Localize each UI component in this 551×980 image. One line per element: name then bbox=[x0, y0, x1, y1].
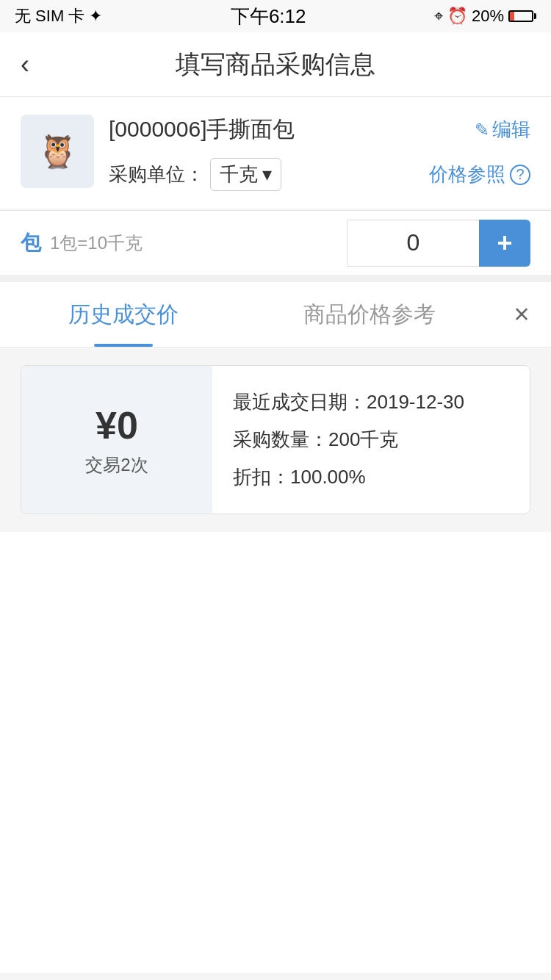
tab-history-price-label: 历史成交价 bbox=[68, 300, 179, 330]
alarm-icon: ⏰ bbox=[447, 7, 467, 26]
battery-cap bbox=[534, 13, 536, 19]
product-header: [0000006]手撕面包 ✎ 编辑 bbox=[109, 115, 530, 145]
status-left: 无 SIM 卡 ✦ bbox=[15, 5, 102, 27]
recent-date-label: 最近成交日期： bbox=[233, 391, 367, 413]
edit-button[interactable]: ✎ 编辑 bbox=[475, 117, 530, 143]
nav-bar: ‹ 填写商品采购信息 bbox=[0, 32, 551, 97]
close-icon: × bbox=[514, 299, 529, 330]
battery-icon bbox=[508, 10, 536, 22]
product-thumbnail-icon: 🦉 bbox=[37, 132, 78, 170]
dropdown-chevron-icon: ▾ bbox=[262, 163, 272, 186]
quantity-input[interactable]: 0 bbox=[347, 220, 479, 267]
status-time: 下午6:12 bbox=[231, 4, 306, 29]
unit-row: 采购单位： 千克 ▾ 价格参照 ? bbox=[109, 158, 530, 191]
quantity-increment-button[interactable]: + bbox=[479, 220, 530, 267]
discount-row: 折扣：100.00% bbox=[233, 464, 509, 490]
purchase-unit-group: 采购单位： 千克 ▾ bbox=[109, 158, 281, 191]
history-card: ¥0 交易2次 最近成交日期：2019-12-30 采购数量：200千克 折扣：… bbox=[21, 365, 530, 514]
history-detail-panel: 最近成交日期：2019-12-30 采购数量：200千克 折扣：100.00% bbox=[212, 366, 530, 514]
purchase-qty-label: 采购数量： bbox=[233, 428, 328, 450]
page-title: 填写商品采购信息 bbox=[176, 48, 375, 82]
quantity-section: 包 1包=10千克 0 + bbox=[0, 210, 551, 275]
product-code: [0000006] bbox=[109, 117, 206, 141]
plus-icon: + bbox=[497, 228, 512, 259]
unit-value: 千克 bbox=[220, 162, 258, 187]
unit-conversion-text: 1包=10千克 bbox=[50, 231, 143, 255]
tab-row: 历史成交价 商品价格参考 × bbox=[0, 282, 551, 347]
tab-history-price[interactable]: 历史成交价 bbox=[0, 282, 246, 347]
quantity-value: 0 bbox=[407, 229, 420, 256]
white-fill-area bbox=[0, 532, 551, 973]
section-separator bbox=[0, 275, 551, 282]
recent-date-value: 2019-12-30 bbox=[367, 391, 464, 413]
history-transaction-count: 交易2次 bbox=[85, 453, 148, 477]
bao-unit-icon: 包 bbox=[21, 229, 41, 257]
battery-percent: 20% bbox=[472, 7, 504, 26]
edit-label: 编辑 bbox=[492, 117, 530, 143]
purchase-unit-label: 采购单位： bbox=[109, 162, 204, 187]
tab-area: 历史成交价 商品价格参考 × bbox=[0, 282, 551, 347]
purchase-qty-row: 采购数量：200千克 bbox=[233, 427, 509, 453]
status-bar: 无 SIM 卡 ✦ 下午6:12 ⌖ ⏰ 20% bbox=[0, 0, 551, 32]
product-top-row: 🦉 [0000006]手撕面包 ✎ 编辑 采购单位： 千克 ▾ bbox=[21, 115, 530, 191]
location-icon: ⌖ bbox=[434, 7, 443, 26]
battery-body bbox=[508, 10, 533, 22]
product-card: 🦉 [0000006]手撕面包 ✎ 编辑 采购单位： 千克 ▾ bbox=[0, 97, 551, 209]
purchase-qty-value: 200千克 bbox=[328, 428, 398, 450]
tab-close-button[interactable]: × bbox=[492, 282, 551, 347]
sim-text: 无 SIM 卡 ✦ bbox=[15, 5, 102, 27]
discount-value: 100.00% bbox=[290, 466, 366, 488]
battery-fill bbox=[510, 12, 514, 21]
quantity-label-group: 包 1包=10千克 bbox=[21, 229, 143, 257]
status-right: ⌖ ⏰ 20% bbox=[434, 7, 536, 26]
product-info: [0000006]手撕面包 ✎ 编辑 采购单位： 千克 ▾ 价格参照 ? bbox=[109, 115, 530, 191]
tab-active-indicator bbox=[94, 344, 153, 347]
tab-product-price-ref-label: 商品价格参考 bbox=[303, 300, 436, 330]
quantity-control: 0 + bbox=[347, 220, 530, 267]
tab-product-price-ref[interactable]: 商品价格参考 bbox=[246, 282, 492, 347]
history-price-value: ¥0 bbox=[96, 403, 138, 447]
history-card-container: ¥0 交易2次 最近成交日期：2019-12-30 采购数量：200千克 折扣：… bbox=[0, 347, 551, 532]
product-title: 手撕面包 bbox=[206, 117, 295, 141]
product-name: [0000006]手撕面包 bbox=[109, 115, 295, 145]
recent-date-row: 最近成交日期：2019-12-30 bbox=[233, 389, 509, 415]
history-price-panel: ¥0 交易2次 bbox=[21, 366, 212, 514]
help-circle-icon: ? bbox=[510, 165, 530, 185]
price-ref-label: 价格参照 bbox=[429, 162, 505, 187]
product-image: 🦉 bbox=[21, 115, 94, 188]
price-reference-button[interactable]: 价格参照 ? bbox=[429, 162, 530, 187]
discount-label: 折扣： bbox=[233, 466, 290, 488]
back-button[interactable]: ‹ bbox=[21, 49, 29, 80]
unit-select-dropdown[interactable]: 千克 ▾ bbox=[210, 158, 281, 191]
edit-icon: ✎ bbox=[475, 120, 489, 140]
